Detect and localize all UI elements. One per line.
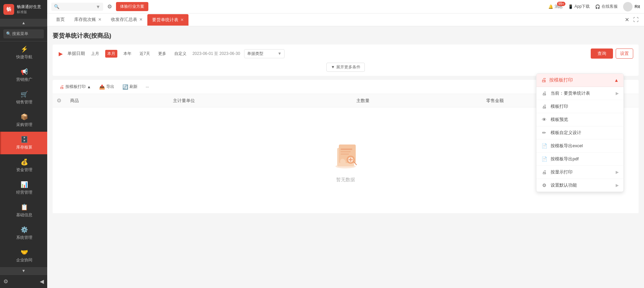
sidebar-collapse-button[interactable]: ◀: [40, 278, 44, 285]
more-actions-button[interactable]: ···: [143, 83, 152, 91]
export-button[interactable]: 📤 导出: [96, 83, 117, 91]
dropdown-chevron-up-icon: ▲: [614, 77, 619, 83]
tab-receipt-summary[interactable]: 收发存汇总表 ✕: [106, 14, 147, 26]
filter-right-actions: 查询 设置: [591, 49, 633, 59]
sidebar-scroll-down[interactable]: ▼: [0, 267, 47, 275]
trial-button[interactable]: 体验行业方案: [116, 2, 148, 11]
header-search-dropdown[interactable]: ▼: [96, 4, 100, 9]
logo-icon: 畅: [3, 4, 14, 15]
refresh-icon: 🔄: [122, 84, 128, 90]
sidebar-item-enterprise[interactable]: 🤝 企业协同: [0, 245, 47, 267]
tabs-bar: 首页 库存批次账 ✕ 收发存汇总表 ✕ 要货单统计表 ✕ ✕ ⛶: [47, 13, 644, 26]
header-search-box: 🔍 ▼: [51, 3, 103, 11]
user-avatar: [623, 2, 633, 11]
chevron-up-icon: ▲: [87, 85, 91, 89]
tab-close-order-summary[interactable]: ✕: [180, 18, 184, 22]
fullscreen-button[interactable]: ⛶: [632, 16, 640, 24]
date-current-year[interactable]: 本年: [121, 50, 134, 58]
svg-rect-5: [341, 154, 349, 155]
dropdown-item-export-pdf[interactable]: 📄 按模板导出pdf: [536, 153, 623, 166]
print-button[interactable]: 🖨 按模板打印 ▲: [57, 83, 94, 91]
header-search-input[interactable]: [61, 4, 94, 9]
sidebar-item-sales[interactable]: 🛒 销售管理: [0, 87, 47, 109]
col-settings: ⚙: [53, 94, 66, 107]
sidebar-settings-button[interactable]: ⚙: [3, 278, 8, 285]
dropdown-item-template-custom[interactable]: ✏ 模板自定义设计: [536, 126, 623, 139]
sidebar-search-container: 🔍 搜索菜单: [0, 27, 47, 41]
sidebar-item-system[interactable]: ⚙️ 系统管理: [0, 222, 47, 245]
main-content: 🔍 ▼ ⚙ 体验行业方案 🔔 消息 99+ 📱 App下载 🎧 在线客服 R: [47, 0, 644, 288]
date-prev-month[interactable]: 上月: [89, 50, 101, 58]
dropdown-header[interactable]: 🖨 按模板打印 ▲: [536, 74, 623, 87]
date-custom[interactable]: 自定义: [172, 50, 188, 58]
dropdown-menu: 🖨 按模板打印 ▲ 🖨 当前：要货单统计表 ▶ 🖨 模板打印 👁 模板预览 ✏ …: [536, 73, 624, 192]
sidebar-item-operation[interactable]: 📊 经营管理: [0, 177, 47, 199]
quick-nav-icon: ⚡: [21, 45, 28, 53]
header-gear-button[interactable]: ⚙: [107, 3, 112, 10]
page-title: 要货单统计表(按商品): [53, 32, 639, 40]
logo-text: 畅康通好生意 标准版: [17, 4, 41, 14]
chevron-right-icon: ▶: [616, 91, 619, 96]
purchase-icon: 📦: [21, 113, 28, 121]
sidebar-scroll-up[interactable]: ▲: [0, 19, 47, 27]
headset-icon: 🎧: [595, 4, 600, 9]
tab-home[interactable]: 首页: [51, 14, 69, 26]
online-service-button[interactable]: 🎧 在线客服: [595, 4, 618, 9]
dropdown-item-template-print[interactable]: 🖨 模板打印: [536, 100, 623, 113]
dropdown-printer-icon: 🖨: [541, 77, 547, 83]
settings-button[interactable]: 设置: [616, 49, 633, 59]
sidebar-nav: ⚡ 快捷导航 📢 营销推广 🛒 销售管理 📦 采购管理 🗄️ 库存核算 💰 资金…: [0, 41, 47, 267]
sidebar-item-finance[interactable]: 💰 资金管理: [0, 154, 47, 177]
date-current-month[interactable]: 本月: [105, 50, 117, 58]
order-type-select[interactable]: 单据类型 ▼: [244, 49, 285, 58]
header-right: 🔔 消息 99+ 📱 App下载 🎧 在线客服 Rit: [548, 2, 640, 11]
date-last-7-days[interactable]: 近7天: [138, 50, 152, 58]
svg-rect-3: [341, 149, 352, 150]
filter-expand-button[interactable]: ▶: [58, 50, 63, 58]
refresh-button[interactable]: 🔄 刷新: [120, 83, 140, 91]
top-header: 🔍 ▼ ⚙ 体验行业方案 🔔 消息 99+ 📱 App下载 🎧 在线客服 R: [47, 0, 644, 13]
display-print-icon: 🖨: [541, 169, 547, 175]
set-default-arrow-icon: ▶: [616, 183, 619, 188]
notifications-button[interactable]: 🔔 消息 99+: [548, 4, 563, 9]
tab-order-summary[interactable]: 要货单统计表 ✕: [147, 14, 188, 26]
expand-more-button[interactable]: ▼ 展开更多条件: [326, 63, 364, 72]
set-default-icon: ⚙: [541, 183, 547, 188]
dropdown-item-template-preview[interactable]: 👁 模板预览: [536, 113, 623, 126]
search-icon: 🔍: [54, 4, 59, 9]
app-download-button[interactable]: 📱 App下载: [568, 4, 590, 9]
template-custom-icon: ✏: [541, 130, 547, 135]
sales-icon: 🛒: [21, 91, 28, 98]
display-print-arrow-icon: ▶: [616, 170, 619, 174]
close-tab-button[interactable]: ✕: [623, 16, 631, 24]
sidebar-item-quick-nav[interactable]: ⚡ 快捷导航: [0, 41, 47, 64]
current-template-icon: 🖨: [541, 91, 547, 96]
table-column-settings[interactable]: ⚙: [57, 97, 61, 104]
dropdown-item-export-excel[interactable]: 📄 按模板导出excel: [536, 139, 623, 153]
tab-close-receipt-summary[interactable]: ✕: [139, 17, 143, 22]
sidebar-bottom: ⚙ ◀: [0, 275, 47, 288]
sidebar-item-basic[interactable]: 📋 基础信息: [0, 199, 47, 222]
inventory-icon: 🗄️: [21, 136, 28, 143]
dropdown-item-current[interactable]: 🖨 当前：要货单统计表 ▶: [536, 87, 623, 100]
sidebar-item-marketing[interactable]: 📢 营销推广: [0, 64, 47, 87]
dropdown-item-set-default[interactable]: ⚙ 设置默认功能 ▶: [536, 179, 623, 192]
sidebar-item-inventory[interactable]: 🗄️ 库存核算: [0, 132, 47, 154]
sidebar-item-purchase[interactable]: 📦 采购管理: [0, 109, 47, 132]
user-profile[interactable]: Rit: [623, 2, 640, 11]
tab-close-batch-account[interactable]: ✕: [98, 17, 101, 22]
template-preview-icon: 👁: [541, 117, 547, 122]
tab-batch-account[interactable]: 库存批次账 ✕: [69, 14, 106, 26]
bell-icon: 🔔: [548, 4, 553, 9]
dropdown-item-display-print[interactable]: 🖨 按显示打印 ▶: [536, 166, 623, 179]
query-button[interactable]: 查询: [591, 49, 613, 59]
download-icon: 📱: [568, 4, 573, 9]
empty-illustration: [329, 138, 362, 171]
page-content: 要货单统计表(按商品) ▶ 单据日期 上月 本月 本年 近7天 更多 自定义 2…: [47, 26, 644, 288]
search-menu-button[interactable]: 🔍 搜索菜单: [3, 29, 44, 38]
finance-icon: 💰: [21, 158, 28, 166]
date-more[interactable]: 更多: [156, 50, 168, 58]
operation-icon: 📊: [21, 181, 28, 188]
filter-section: ▶ 单据日期 上月 本月 本年 近7天 更多 自定义 2023-06-01 至 …: [53, 44, 639, 76]
col-qty: 主数量: [352, 94, 482, 107]
